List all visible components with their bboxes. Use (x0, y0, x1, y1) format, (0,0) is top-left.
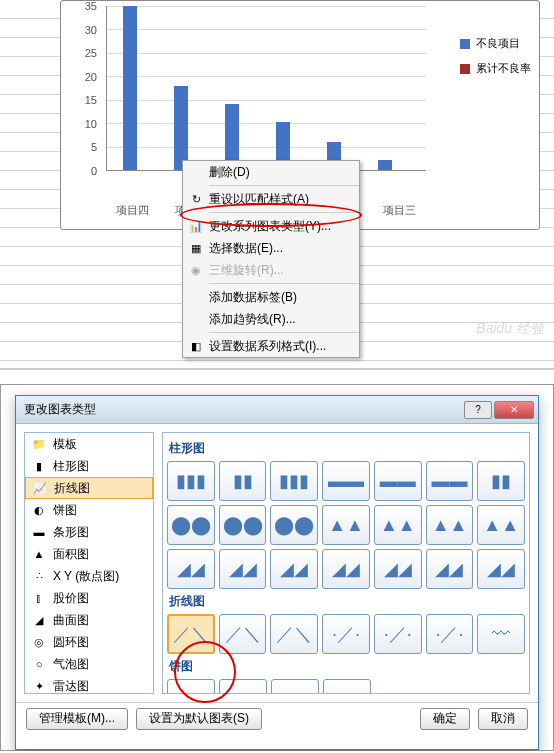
menu-label: 重设以匹配样式(A) (209, 191, 309, 208)
legend-label: 不良项目 (476, 36, 520, 51)
chart-thumb[interactable]: ◢◢ (322, 549, 370, 589)
close-button[interactable]: ✕ (494, 401, 534, 419)
gallery-header-pie: 饼图 (169, 658, 525, 675)
y-tick: 35 (85, 0, 97, 12)
legend-swatch-icon (460, 39, 470, 49)
chart-thumb[interactable]: ⬤⬤ (219, 505, 267, 545)
chart-thumb[interactable]: ◢◢ (374, 549, 422, 589)
chart-bar[interactable] (378, 160, 392, 170)
legend-label: 累计不良率 (476, 61, 531, 76)
chart-thumb[interactable]: ▮▮ (477, 461, 525, 501)
chart-thumb[interactable]: ▮▮▮ (270, 461, 318, 501)
dialog-screenshot: 更改图表类型 ? ✕ 📁模板 ▮柱形图 📈折线图 ◐饼图 ▬条形图 ▲面积图 ∴… (0, 384, 554, 751)
menu-add-data-labels[interactable]: 添加数据标签(B) (183, 286, 359, 308)
chart-thumb[interactable]: 〰 (477, 614, 525, 654)
chart-thumb[interactable]: ／＼ (219, 614, 267, 654)
radar-icon: ✦ (31, 679, 47, 693)
chart-thumb[interactable]: ▬▬ (426, 461, 474, 501)
type-label: 面积图 (53, 546, 89, 563)
stock-icon: ⫿ (31, 591, 47, 605)
bubble-icon: ○ (31, 657, 47, 671)
menu-label: 三维旋转(R)... (209, 262, 284, 279)
y-tick: 25 (85, 47, 97, 59)
type-radar[interactable]: ✦雷达图 (25, 675, 153, 694)
y-tick: 10 (85, 118, 97, 130)
chart-thumb[interactable]: ▲▲ (426, 505, 474, 545)
legend-item: 不良项目 (460, 36, 531, 51)
type-bubble[interactable]: ○气泡图 (25, 653, 153, 675)
type-line[interactable]: 📈折线图 (25, 477, 153, 499)
chart-thumb[interactable]: ◢◢ (219, 549, 267, 589)
surface-icon: ◢ (31, 613, 47, 627)
y-tick: 5 (91, 141, 97, 153)
chart-thumb[interactable]: ◒ (271, 679, 319, 694)
type-label: 柱形图 (53, 458, 89, 475)
help-button[interactable]: ? (464, 401, 492, 419)
chart-thumb[interactable]: ▮▮ (219, 461, 267, 501)
chart-context-menu: 删除(D) ↻重设以匹配样式(A) 📊更改系列图表类型(Y)... ▦选择数据(… (182, 160, 360, 358)
chart-thumb[interactable]: ／＼ (270, 614, 318, 654)
menu-add-trendline[interactable]: 添加趋势线(R)... (183, 308, 359, 330)
menu-reset-style[interactable]: ↻重设以匹配样式(A) (183, 188, 359, 210)
type-stock[interactable]: ⫿股价图 (25, 587, 153, 609)
pie-icon: ◐ (31, 503, 47, 517)
menu-change-chart-type[interactable]: 📊更改系列图表类型(Y)... (183, 215, 359, 237)
type-bar[interactable]: ▬条形图 (25, 521, 153, 543)
chart-thumb[interactable]: ◢◢ (477, 549, 525, 589)
chart-thumb[interactable]: ◑ (219, 679, 267, 694)
y-tick: 15 (85, 94, 97, 106)
chart-thumb[interactable]: ▬▬ (374, 461, 422, 501)
excel-chart-area: 35 30 25 20 15 10 5 0 (0, 0, 554, 370)
rotate3d-icon: ◉ (187, 261, 205, 279)
chart-thumb[interactable]: ⬤⬤ (167, 505, 215, 545)
type-column[interactable]: ▮柱形图 (25, 455, 153, 477)
area-icon: ▲ (31, 547, 47, 561)
chart-thumb[interactable]: ◢◢ (426, 549, 474, 589)
type-label: 圆环图 (53, 634, 89, 651)
type-scatter[interactable]: ∴X Y (散点图) (25, 565, 153, 587)
type-templates[interactable]: 📁模板 (25, 433, 153, 455)
chart-thumb[interactable]: ◓ (323, 679, 371, 694)
set-default-button[interactable]: 设置为默认图表(S) (136, 708, 262, 730)
chart-thumb[interactable]: ◐ (167, 679, 215, 694)
x-label: 项目三 (373, 203, 426, 218)
chart-thumb[interactable]: ·／· (426, 614, 474, 654)
chart-thumb-line-selected[interactable]: ／＼ (167, 614, 215, 654)
line-icon: 📈 (32, 481, 48, 495)
legend-item: 累计不良率 (460, 61, 531, 76)
type-surface[interactable]: ◢曲面图 (25, 609, 153, 631)
menu-select-data[interactable]: ▦选择数据(E)... (183, 237, 359, 259)
chart-thumb[interactable]: ·／· (374, 614, 422, 654)
column-icon: ▮ (31, 459, 47, 473)
chart-thumb[interactable]: ▲▲ (374, 505, 422, 545)
dialog-body: 📁模板 ▮柱形图 📈折线图 ◐饼图 ▬条形图 ▲面积图 ∴X Y (散点图) ⫿… (16, 424, 538, 702)
chart-thumb[interactable]: ◢◢ (167, 549, 215, 589)
menu-label: 设置数据系列格式(I)... (209, 338, 326, 355)
blank-icon (187, 163, 205, 181)
chart-bar[interactable] (174, 86, 188, 170)
type-pie[interactable]: ◐饼图 (25, 499, 153, 521)
chart-thumb[interactable]: ▬▬ (322, 461, 370, 501)
chart-thumb[interactable]: ◢◢ (270, 549, 318, 589)
type-label: 股价图 (53, 590, 89, 607)
menu-label: 添加趋势线(R)... (209, 311, 296, 328)
menu-format-series[interactable]: ◧设置数据系列格式(I)... (183, 335, 359, 357)
gallery-header-line: 折线图 (169, 593, 525, 610)
chart-thumb[interactable]: ▲▲ (322, 505, 370, 545)
cancel-button[interactable]: 取消 (478, 708, 528, 730)
manage-templates-button[interactable]: 管理模板(M)... (26, 708, 128, 730)
chart-thumb[interactable]: ▲▲ (477, 505, 525, 545)
type-label: 雷达图 (53, 678, 89, 695)
chart-thumb[interactable]: ·／· (322, 614, 370, 654)
chart-bar[interactable] (123, 6, 137, 170)
chart-thumb[interactable]: ⬤⬤ (270, 505, 318, 545)
type-area[interactable]: ▲面积图 (25, 543, 153, 565)
type-label: 条形图 (53, 524, 89, 541)
type-label: X Y (散点图) (53, 568, 119, 585)
chart-thumb[interactable]: ▮▮▮ (167, 461, 215, 501)
menu-delete[interactable]: 删除(D) (183, 161, 359, 183)
ok-button[interactable]: 确定 (420, 708, 470, 730)
reset-icon: ↻ (187, 190, 205, 208)
type-doughnut[interactable]: ◎圆环图 (25, 631, 153, 653)
menu-label: 删除(D) (209, 164, 250, 181)
